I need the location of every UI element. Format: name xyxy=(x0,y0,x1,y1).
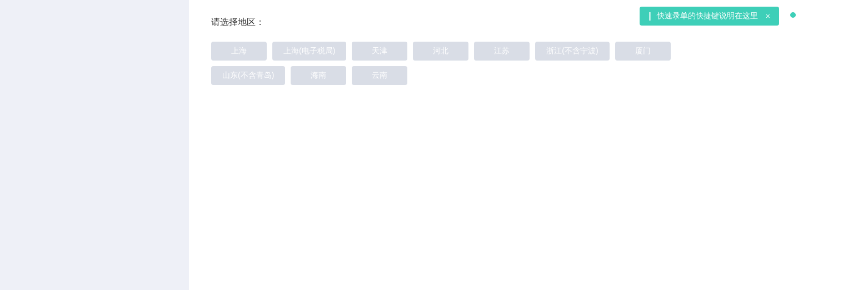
main-content: 请选择地区： 上海 上海(电子税局) 天津 河北 江苏 浙江(不含宁波) 厦门 … xyxy=(189,0,868,290)
region-btn-jiangsu[interactable]: 江苏 xyxy=(474,42,530,61)
region-btn-shanghai-etax[interactable]: 上海(电子税局) xyxy=(272,42,346,61)
region-row-2: 山东(不含青岛) 海南 云南 xyxy=(211,66,846,85)
region-btn-shanghai[interactable]: 上海 xyxy=(211,42,267,61)
region-btn-shandong[interactable]: 山东(不含青岛) xyxy=(211,66,285,85)
region-btn-hainan[interactable]: 海南 xyxy=(291,66,346,85)
region-btn-tianjin[interactable]: 天津 xyxy=(352,42,407,61)
region-btn-hebei[interactable]: 河北 xyxy=(413,42,468,61)
region-btn-yunnan[interactable]: 云南 xyxy=(352,66,407,85)
region-btn-xiamen[interactable]: 厦门 xyxy=(615,42,671,61)
sidebar xyxy=(0,0,189,290)
tooltip-close-button[interactable]: × xyxy=(766,12,770,21)
tooltip-dot xyxy=(790,12,796,18)
tooltip-banner: 快速录单的快捷键说明在这里 × xyxy=(640,7,779,26)
region-btn-zhejiang[interactable]: 浙江(不含宁波) xyxy=(535,42,609,61)
tooltip-text: 快速录单的快捷键说明在这里 xyxy=(657,11,758,21)
region-row-1: 上海 上海(电子税局) 天津 河北 江苏 浙江(不含宁波) 厦门 xyxy=(211,42,846,61)
